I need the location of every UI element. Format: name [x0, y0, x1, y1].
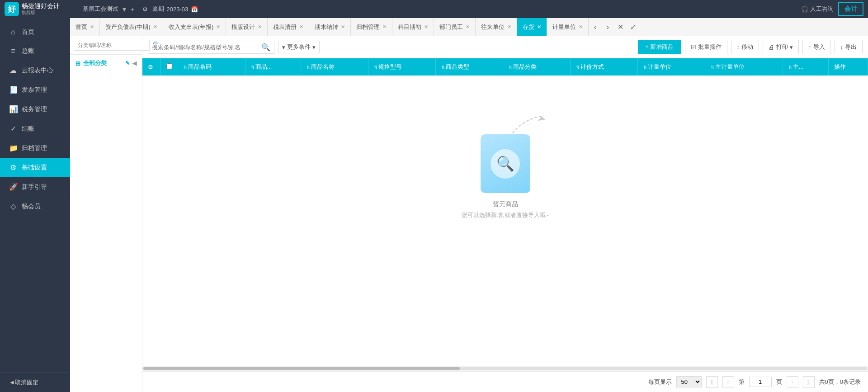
tab-period-transfer-close[interactable]: ✕	[341, 24, 345, 30]
tab-home[interactable]: 首页 ✕	[70, 18, 100, 36]
add-tab-btn[interactable]: +	[127, 4, 138, 14]
tab-income-close[interactable]: ✕	[216, 24, 220, 30]
category-search-input[interactable]	[74, 40, 150, 51]
tab-taxform-close[interactable]: ✕	[299, 24, 303, 30]
ledger-icon: ≡	[9, 47, 17, 55]
sidebar-item-invoice[interactable]: 🧾 发票管理	[0, 80, 70, 99]
col-category[interactable]: ⇅商品分类	[503, 58, 571, 76]
tab-balance-close[interactable]: ✕	[153, 24, 157, 30]
col-checkbox[interactable]	[160, 58, 178, 76]
sidebar-item-archive[interactable]: 📁 归档管理	[0, 138, 70, 158]
tab-income-label: 收入支出表(年报)	[169, 23, 214, 31]
col-type[interactable]: ⇅商品类型	[435, 58, 503, 76]
col-barcode[interactable]: ⇅商品条码	[178, 58, 245, 76]
tab-inventory[interactable]: 存货 ✕	[517, 18, 547, 36]
tab-template-close[interactable]: ✕	[258, 24, 262, 30]
tab-income[interactable]: 收入支出表(年报) ✕	[163, 18, 226, 36]
settings-btn[interactable]: ⚙	[139, 4, 151, 14]
tab-department[interactable]: 部门员工 ✕	[434, 18, 476, 36]
account-btn[interactable]: 会计	[838, 2, 863, 16]
tab-scroll-right[interactable]: ›	[601, 18, 614, 36]
table-wrapper: ⚙ ⇅商品条码 ⇅商品... ⇅商品名称 ⇅规格型号 ⇅商品类型 ⇅商品分类 ⇅…	[142, 58, 868, 366]
category-search: 🔍	[70, 36, 142, 55]
scrollbar-thumb[interactable]	[143, 367, 460, 370]
pagination-next[interactable]: ›	[787, 376, 798, 388]
col-main-unit[interactable]: ⇅主计量单位	[705, 58, 783, 76]
sidebar-label-guide: 新手引导	[22, 183, 47, 191]
export-btn[interactable]: ↓ 导出	[835, 40, 863, 54]
header-right: 🎧 人工咨询 会计	[801, 2, 863, 16]
sidebar-nav: ⌂ 首页 ≡ 总账 ☁ 云报表中心 🧾 发票管理 📊 税务管理	[0, 18, 70, 373]
tab-template[interactable]: 模版设计 ✕	[226, 18, 268, 36]
col-name[interactable]: ⇅商品名称	[301, 58, 368, 76]
tab-contacts[interactable]: 往来单位 ✕	[476, 18, 517, 36]
tab-inventory-close[interactable]: ✕	[537, 24, 541, 30]
tab-account-init-label: 科目期初	[398, 23, 421, 31]
tab-inventory-label: 存货	[523, 23, 534, 31]
sidebar-label-home: 首页	[22, 28, 34, 36]
product-search-input[interactable]	[152, 44, 259, 51]
tab-period-transfer[interactable]: 期末结转 ✕	[309, 18, 351, 36]
tab-archive-mgmt[interactable]: 归档管理 ✕	[351, 18, 392, 36]
tab-unit[interactable]: 计量单位 ✕	[547, 18, 589, 36]
sidebar-item-close[interactable]: ✓ 结账	[0, 119, 70, 138]
print-chevron: ▾	[790, 44, 793, 51]
tab-contacts-close[interactable]: ✕	[507, 24, 511, 30]
tab-close-all[interactable]: ✕	[614, 18, 627, 36]
product-search-icon[interactable]: 🔍	[261, 43, 270, 52]
sidebar-item-member[interactable]: ◇ 畅会员	[0, 197, 70, 216]
print-btn[interactable]: 🖨 打印 ▾	[763, 40, 799, 54]
import-btn[interactable]: ↑ 导入	[802, 40, 831, 54]
company-selector[interactable]: 基层工会测试	[79, 3, 122, 15]
pagination-first[interactable]: ⟪	[706, 376, 718, 388]
sidebar-item-home[interactable]: ⌂ 首页	[0, 23, 70, 42]
calendar-icon[interactable]: 📅	[191, 6, 198, 13]
tab-home-close[interactable]: ✕	[90, 24, 94, 30]
batch-operation-btn[interactable]: ☑ 批量操作	[685, 40, 727, 54]
sidebar-item-guide[interactable]: 🚀 新手引导	[0, 177, 70, 197]
tab-archive-close[interactable]: ✕	[382, 24, 387, 30]
tab-balance[interactable]: 资产负债表(中期) ✕	[100, 18, 163, 36]
total-records: 共0页，0条记录	[819, 378, 861, 386]
horizontal-scrollbar[interactable]	[142, 366, 868, 371]
move-btn[interactable]: ↕ 移动	[731, 40, 760, 54]
tab-taxform[interactable]: 税表清册 ✕	[268, 18, 309, 36]
sidebar-item-tax[interactable]: 📊 税务管理	[0, 99, 70, 119]
tab-unit-close[interactable]: ✕	[579, 24, 583, 30]
select-all-checkbox[interactable]	[166, 63, 172, 69]
more-filter-btn[interactable]: ▾ 更多条件 ▾	[278, 41, 320, 53]
sidebar-item-settings[interactable]: ⚙ 基础设置	[0, 158, 70, 177]
col-code[interactable]: ⇅商品...	[245, 58, 301, 76]
page-input[interactable]	[749, 377, 772, 387]
sidebar-item-ledger[interactable]: ≡ 总账	[0, 42, 70, 61]
close-account-icon: ✓	[9, 124, 17, 133]
edit-icon[interactable]: ✎	[125, 60, 130, 66]
logo-icon: 好	[5, 2, 19, 16]
grid-icon: ⊞	[75, 60, 80, 67]
per-page-select[interactable]: 50 20 100	[676, 376, 702, 387]
headset-icon: 🎧	[801, 6, 808, 13]
col-setting[interactable]: ⚙	[142, 58, 160, 76]
add-product-btn[interactable]: + 新增商品	[638, 40, 681, 54]
customer-service-btn[interactable]: 🎧 人工咨询	[801, 5, 834, 13]
tab-balance-label: 资产负债表(中期)	[105, 23, 151, 31]
sidebar-item-cloud[interactable]: ☁ 云报表中心	[0, 61, 70, 80]
pagination-prev[interactable]: ‹	[722, 376, 734, 388]
category-all[interactable]: ⊞ 全部分类 ✎ ◀	[70, 55, 142, 72]
tab-department-close[interactable]: ✕	[466, 24, 470, 30]
product-search-box[interactable]: 🔍	[148, 41, 274, 54]
unpin-btn[interactable]: ◄取消固定	[0, 373, 70, 392]
collapse-icon[interactable]: ◀	[132, 60, 137, 66]
guide-icon: 🚀	[9, 183, 17, 191]
col-unit[interactable]: ⇅计量单位	[638, 58, 705, 76]
col-spec[interactable]: ⇅规格型号	[368, 58, 435, 76]
tab-scroll-left[interactable]: ‹	[589, 18, 601, 36]
col-price-method[interactable]: ⇅计价方式	[571, 58, 638, 76]
pagination-last[interactable]: ⟫	[803, 376, 815, 388]
tab-expand[interactable]: ⤢	[627, 18, 639, 36]
tab-account-init[interactable]: 科目期初 ✕	[392, 18, 434, 36]
tab-account-init-close[interactable]: ✕	[424, 24, 428, 30]
scrollbar-track[interactable]	[143, 367, 867, 370]
col-main-abbr[interactable]: ⇅主...	[783, 58, 828, 76]
tax-icon: 📊	[9, 105, 17, 113]
